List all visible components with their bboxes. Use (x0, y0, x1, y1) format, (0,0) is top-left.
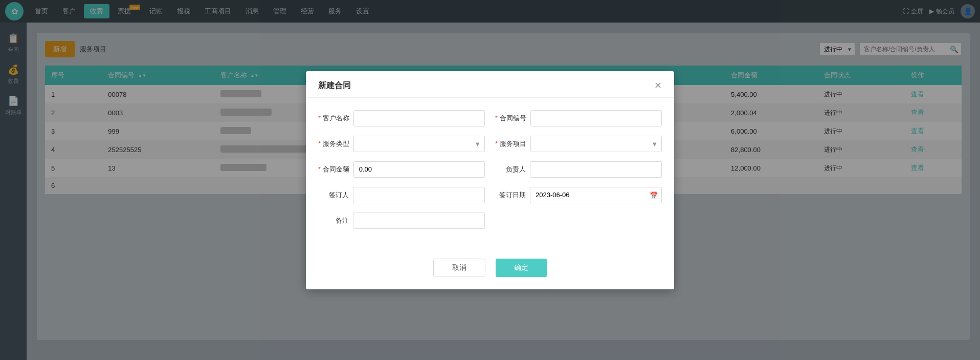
required-star-3: * (318, 140, 321, 147)
service-item-select-wrapper: ▼ (530, 136, 662, 152)
modal-close-button[interactable]: ✕ (654, 81, 662, 90)
required-star-5: * (318, 165, 321, 173)
required-star-4: * (495, 140, 498, 147)
contract-no-label: * 合同编号 (495, 114, 526, 123)
sign-date-wrapper: 📅 (530, 187, 662, 203)
modal-overlay[interactable]: 新建合同 ✕ * 客户名称 * 合同编号 (0, 0, 980, 360)
service-type-select-wrapper: ▼ (353, 136, 485, 152)
form-row-2: * 服务类型 ▼ * 服务项目 (318, 136, 662, 152)
form-field-client-name: * 客户名称 (318, 110, 485, 126)
form-row-4: 签订人 签订日期 📅 (318, 187, 662, 203)
form-field-owner: 负责人 (495, 161, 662, 178)
cancel-button[interactable]: 取消 (433, 259, 485, 277)
remark-label: 备注 (318, 216, 349, 225)
modal-header: 新建合同 ✕ (306, 71, 674, 98)
owner-label: 负责人 (495, 165, 526, 174)
service-type-select[interactable] (353, 136, 485, 152)
client-name-input[interactable] (353, 110, 485, 126)
confirm-button[interactable]: 确定 (496, 259, 547, 277)
contract-no-input[interactable] (530, 110, 662, 126)
form-field-contract-no: * 合同编号 (495, 110, 662, 126)
form-row-3: * 合同金额 负责人 (318, 161, 662, 178)
remark-input[interactable] (353, 213, 485, 229)
owner-input[interactable] (530, 161, 662, 178)
form-field-signer: 签订人 (318, 187, 485, 203)
form-row-5: 备注 (318, 213, 662, 229)
required-star-2: * (495, 114, 498, 122)
modal-body: * 客户名称 * 合同编号 * (306, 98, 674, 250)
signer-label: 签订人 (318, 190, 349, 200)
sign-date-input[interactable] (530, 187, 662, 203)
form-field-service-item: * 服务项目 ▼ (495, 136, 662, 152)
form-field-remark: 备注 (318, 213, 485, 229)
service-type-label: * 服务类型 (318, 139, 349, 149)
client-name-label: * 客户名称 (318, 114, 349, 123)
amount-label: * 合同金额 (318, 165, 349, 174)
modal-title: 新建合同 (318, 80, 351, 91)
service-item-label: * 服务项目 (495, 139, 526, 149)
form-field-amount: * 合同金额 (318, 161, 485, 178)
signer-input[interactable] (353, 187, 485, 203)
service-item-select[interactable] (530, 136, 662, 152)
form-field-sign-date: 签订日期 📅 (495, 187, 662, 203)
required-star: * (318, 114, 321, 122)
form-field-service-type: * 服务类型 ▼ (318, 136, 485, 152)
new-contract-modal: 新建合同 ✕ * 客户名称 * 合同编号 (306, 71, 674, 289)
form-row-1: * 客户名称 * 合同编号 (318, 110, 662, 126)
amount-input[interactable] (353, 161, 485, 178)
sign-date-label: 签订日期 (495, 190, 526, 200)
modal-footer: 取消 确定 (306, 250, 674, 289)
